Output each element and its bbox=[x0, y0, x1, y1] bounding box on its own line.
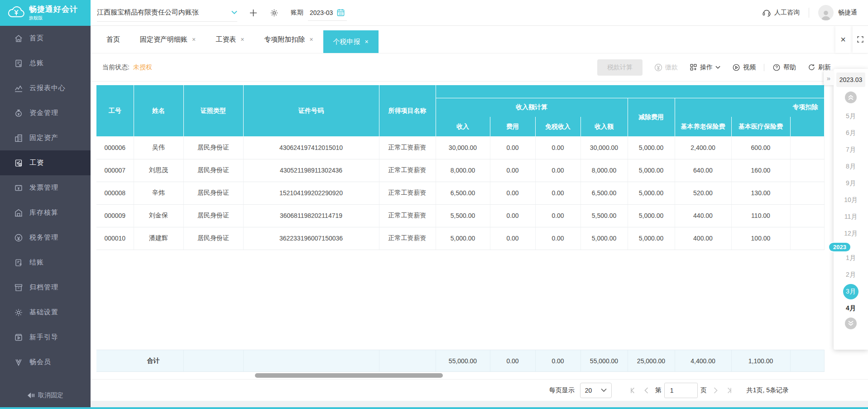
tab-fixed-asset-detail[interactable]: 固定资产明细账× bbox=[130, 26, 206, 53]
table-cell: 刘金保 bbox=[134, 204, 183, 227]
prev-page-button[interactable] bbox=[644, 387, 649, 394]
company-selector[interactable]: 江西服宝精品有限责任公司内账张 bbox=[97, 4, 237, 22]
sidebar-item-member[interactable]: 畅会员 bbox=[0, 350, 91, 375]
column-header[interactable]: 收入额 bbox=[580, 117, 628, 136]
sidebar-item-label: 结账 bbox=[29, 258, 44, 267]
sidebar-item-salary[interactable]: 工资 bbox=[0, 150, 91, 175]
close-icon[interactable]: × bbox=[365, 38, 369, 45]
table-row[interactable]: 000008辛炜居民身份证152104199202290920正常工资薪资6,5… bbox=[96, 182, 824, 204]
column-header[interactable]: 费用 bbox=[490, 117, 535, 136]
sidebar-item-archive[interactable]: 归档管理 bbox=[0, 275, 91, 300]
tab-special-deduction[interactable]: 专项附加扣除× bbox=[254, 26, 323, 53]
current-period[interactable]: 2023.03 bbox=[836, 72, 866, 87]
sidebar-item-label: 库存核算 bbox=[29, 208, 58, 217]
video-button[interactable]: 视频 bbox=[732, 63, 756, 72]
month-item-9月[interactable]: 9月 bbox=[834, 175, 868, 192]
add-account-button[interactable] bbox=[249, 9, 258, 17]
table-cell: 110.00 bbox=[731, 204, 790, 227]
sidebar-item-tax[interactable]: 税务管理 bbox=[0, 225, 91, 250]
sidebar-item-funds[interactable]: 资金管理 bbox=[0, 101, 91, 125]
column-header[interactable]: 证件号码 bbox=[243, 85, 379, 136]
period-picker[interactable]: 2023-03 bbox=[308, 5, 347, 21]
close-icon[interactable]: × bbox=[192, 36, 196, 43]
table-cell: 152104199202290920 bbox=[243, 182, 379, 204]
per-page-select[interactable]: 20 bbox=[580, 383, 612, 398]
tab-home[interactable]: 首页 bbox=[96, 26, 130, 53]
table-row[interactable]: 000007刘思茂居民身份证430521198911302436正常工资薪资8,… bbox=[96, 159, 824, 182]
table-cell: 5,000.00 bbox=[436, 227, 490, 250]
help-button[interactable]: 帮助 bbox=[772, 63, 796, 72]
sidebar-item-inventory[interactable]: 库存核算 bbox=[0, 200, 91, 225]
close-icon: × bbox=[840, 34, 846, 45]
table-cell: 430624197412015010 bbox=[243, 136, 379, 159]
month-item-8月[interactable]: 8月 bbox=[834, 158, 868, 175]
page-number-input[interactable] bbox=[664, 383, 698, 398]
table-cell: 000008 bbox=[96, 182, 134, 204]
tax-table: 工号姓名证照类型证件号码所得项目名称收入额计算减除费用专项扣除收入费用免税收入收… bbox=[96, 85, 825, 250]
column-header[interactable]: 免税收入 bbox=[535, 117, 580, 136]
total-value: 1,100.00 bbox=[731, 350, 790, 372]
column-header[interactable]: 基本医疗保险费 bbox=[731, 117, 790, 136]
sidebar-item-fixed-assets[interactable]: 固定资产 bbox=[0, 125, 91, 150]
month-item-4月[interactable]: 4月 bbox=[834, 300, 868, 317]
table-cell: 000007 bbox=[96, 159, 134, 182]
tab-salary-sheet[interactable]: 工资表× bbox=[206, 26, 254, 53]
last-page-button[interactable] bbox=[725, 387, 732, 394]
column-header[interactable]: 工号 bbox=[96, 85, 134, 136]
sidebar-item-closing[interactable]: 结账 bbox=[0, 250, 91, 275]
next-page-button[interactable] bbox=[713, 387, 718, 394]
refresh-button[interactable]: 刷新 bbox=[808, 63, 831, 72]
month-item-10月[interactable]: 10月 bbox=[834, 192, 868, 208]
close-icon[interactable]: × bbox=[240, 36, 244, 43]
close-icon[interactable]: × bbox=[309, 36, 313, 43]
month-item-6月[interactable]: 6月 bbox=[834, 125, 868, 141]
month-label: 4月 bbox=[846, 304, 856, 313]
table-row[interactable]: 000006吴伟居民身份证430624197412015010正常工资薪资30,… bbox=[96, 136, 824, 159]
scroll-up-button[interactable] bbox=[845, 91, 857, 103]
collapse-panel-button[interactable]: » bbox=[824, 71, 834, 85]
table-row[interactable]: 000010潘建辉居民身份证362233196007150036正常工资薪资5,… bbox=[96, 227, 824, 250]
month-item-5月[interactable]: 5月 bbox=[834, 108, 868, 125]
column-header[interactable]: 证照类型 bbox=[183, 85, 243, 136]
month-item-2月[interactable]: 2月 bbox=[834, 266, 868, 283]
fullscreen-button[interactable] bbox=[853, 26, 868, 53]
column-header[interactable]: 收入 bbox=[436, 117, 490, 136]
month-label: 1月 bbox=[846, 254, 856, 262]
month-item-7月[interactable]: 7月 bbox=[834, 141, 868, 158]
table-cell: 0.00 bbox=[490, 159, 535, 182]
column-header[interactable]: 姓名 bbox=[134, 85, 183, 136]
sidebar-item-guide[interactable]: 新手引导 bbox=[0, 325, 91, 350]
first-page-button[interactable] bbox=[630, 387, 637, 394]
sidebar-item-settings[interactable]: 基础设置 bbox=[0, 300, 91, 325]
gear-icon[interactable] bbox=[269, 8, 279, 18]
column-header[interactable]: 减除费用 bbox=[628, 98, 675, 136]
action-menu-button[interactable]: 操作 bbox=[690, 63, 720, 72]
column-header[interactable]: 所得项目名称 bbox=[379, 85, 436, 136]
table-row[interactable]: 000009刘金保居民身份证360681198202114719正常工资薪资5,… bbox=[96, 204, 824, 227]
chevron-down-icon bbox=[601, 388, 607, 392]
month-label: 9月 bbox=[846, 179, 856, 188]
guide-icon bbox=[14, 332, 24, 342]
status-label: 当前状态: bbox=[102, 63, 129, 72]
month-item-11月[interactable]: 11月 bbox=[834, 208, 868, 225]
human-consult-button[interactable]: 人工咨询 bbox=[762, 8, 800, 18]
close-tab-button[interactable]: × bbox=[835, 26, 851, 53]
table-cell: 000006 bbox=[96, 136, 134, 159]
sidebar-item-cloud-report[interactable]: 云报表中心 bbox=[0, 76, 91, 101]
month-item-12月[interactable]: 12月 bbox=[834, 225, 868, 242]
scroll-down-button[interactable] bbox=[845, 318, 857, 329]
column-header[interactable]: 基本养老保险费 bbox=[675, 117, 731, 136]
table-cell: 5,000.00 bbox=[580, 227, 628, 250]
archive-icon bbox=[14, 283, 24, 293]
month-item-1月[interactable]: 1月 bbox=[834, 250, 868, 266]
sidebar-item-home[interactable]: 首页 bbox=[0, 26, 91, 51]
sidebar-item-invoice[interactable]: 发票管理 bbox=[0, 175, 91, 200]
avatar[interactable] bbox=[818, 5, 834, 20]
pay-button[interactable]: 缴款 bbox=[654, 63, 678, 72]
tax-calc-button[interactable]: 税款计算 bbox=[597, 59, 643, 76]
tab-tax-filing[interactable]: 个税申报× bbox=[323, 30, 379, 53]
scrollbar-thumb[interactable] bbox=[255, 373, 443, 378]
unpin-sidebar-button[interactable]: 取消固定 bbox=[0, 382, 91, 409]
month-item-3月[interactable]: 3月 bbox=[834, 283, 868, 300]
sidebar-item-general-ledger[interactable]: 总账 bbox=[0, 51, 91, 76]
